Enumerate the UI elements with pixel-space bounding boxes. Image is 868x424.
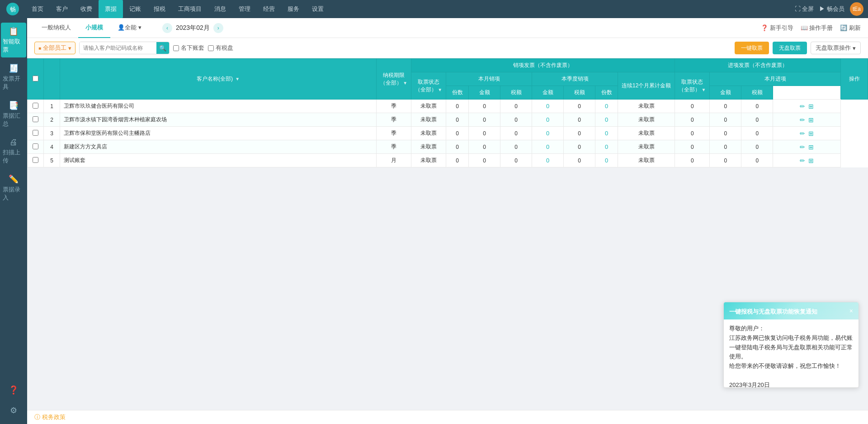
sidebar-item-smart-fetch[interactable]: 📋 智能取票 [1,23,26,57]
nav-settings[interactable]: 设置 [306,0,330,18]
one-click-fetch-btn[interactable]: 一键取票 [735,42,769,54]
row-check-input[interactable] [33,130,38,136]
row-accum-amount: 0 [595,127,618,140]
sidebar-help-btn[interactable]: ❓ [5,381,23,399]
row-check-input[interactable] [33,143,38,149]
row-quarter-amount-link[interactable]: 0 [546,157,549,164]
tab-general-taxpayer[interactable]: 一般纳税人 [34,18,78,38]
sidebar-item-invoice-open[interactable]: 🧾 发票开具 [1,60,26,95]
row-edit-icon[interactable]: ✏ [800,116,805,124]
sidebar-item-entry[interactable]: ✏️ 票据录入 [1,171,26,205]
row-edit-icon[interactable]: ✏ [800,157,805,164]
th-sales-status[interactable]: 取票状态（全部）▼ [411,72,446,100]
row-purchase-amount: 0 [710,127,741,140]
tab-all[interactable]: 👤 全能 ▾ [110,18,149,38]
row-view-icon[interactable]: ⊞ [808,130,814,137]
sidebar-item-scan[interactable]: 🖨 扫描上传 [1,134,26,168]
checkbox-sub-account-input[interactable] [173,45,179,51]
checkbox-has-taxdisk[interactable]: 有税盘 [208,44,233,52]
row-purchase-tax: 0 [741,100,773,113]
prev-month-btn[interactable]: ‹ [162,23,172,33]
row-check-input[interactable] [33,157,38,163]
row-checkbox[interactable] [28,140,44,154]
row-edit-icon[interactable]: ✏ [800,103,805,110]
nav-customer[interactable]: 客户 [50,0,74,18]
row-checkbox[interactable] [28,127,44,140]
no-disk-fetch-btn[interactable]: 无盘取票 [773,42,807,54]
nav-operation[interactable]: 经营 [257,0,281,18]
row-sales-status: 未取票 [411,127,446,140]
row-num: 2 [44,113,60,127]
tab-small-scale[interactable]: 小规模 [78,18,110,38]
nav-business[interactable]: 工商项目 [172,0,208,18]
fullscreen-btn[interactable]: ⛶ 全屏 [795,5,814,13]
manual-btn[interactable]: 📖 操作手册 [801,24,833,32]
row-sales-tax: 0 [500,100,532,113]
row-checkbox[interactable] [28,113,44,127]
refresh-btn[interactable]: 🔄 刷新 [840,24,861,32]
main-table: 客户名称(全部) ▼ 纳税期限（全部）▼ 销项发票（不含作废票） 进项发票（不含… [27,58,868,167]
row-purchase-count: 0 [675,140,710,154]
row-quarter-amount-link[interactable]: 0 [546,116,549,123]
sidebar-bottom: ❓ ⚙ [1,381,26,424]
nav-message[interactable]: 消息 [208,0,232,18]
nav-home[interactable]: 首页 [25,0,50,18]
scan-icon: 🖨 [9,138,18,147]
row-accum-link[interactable]: 0 [605,143,608,150]
row-edit-icon[interactable]: ✏ [800,130,805,137]
th-client-name[interactable]: 客户名称(全部) ▼ [60,59,377,100]
nav-bookkeeping[interactable]: 记账 [123,0,147,18]
th-period[interactable]: 纳税期限（全部）▼ [377,59,411,100]
row-num: 4 [44,140,60,154]
search-input[interactable] [80,42,156,54]
row-quarter-amount-link[interactable]: 0 [546,103,549,110]
sidebar-item-label: 智能取票 [3,38,24,54]
row-actions: ✏ ⊞ [773,113,841,127]
th-purchase-group: 进项发票（不含作废票） [675,59,841,72]
row-checkbox[interactable] [28,154,44,167]
sidebar-item-label: 发票开具 [3,75,24,91]
row-view-icon[interactable]: ⊞ [808,116,814,124]
row-accum-link[interactable]: 0 [605,130,608,137]
th-purchase-status[interactable]: 取票状态（全部）▼ [675,72,710,100]
new-user-guide-btn[interactable]: ❓ 新手引导 [761,24,793,32]
row-quarter-amount-link[interactable]: 0 [546,143,549,150]
no-disk-ops-btn[interactable]: 无盘取票操作 ▾ [811,42,861,54]
nav-billing[interactable]: 收费 [74,0,99,18]
row-quarter-amount-link[interactable]: 0 [546,130,549,137]
row-quarter-tax: 0 [564,140,595,154]
row-actions: ✏ ⊞ [773,127,841,140]
row-view-icon[interactable]: ⊞ [808,157,814,164]
employee-select[interactable]: ■ 全部员工 ▾ [34,42,75,54]
row-view-icon[interactable]: ⊞ [808,143,814,151]
member-btn[interactable]: ▶ 畅会员 [819,5,844,13]
row-accum-link[interactable]: 0 [605,103,608,110]
next-month-btn[interactable]: › [213,23,223,33]
no-disk-ops-label: 无盘取票操作 [816,44,851,52]
th-checkbox [28,59,44,100]
th-quarterly-sales: 本季度销项 [532,72,618,86]
avatar[interactable]: tEa [850,2,863,16]
checkbox-sub-account[interactable]: 名下账套 [173,44,204,52]
nav-manage[interactable]: 管理 [232,0,257,18]
row-check-input[interactable] [33,116,38,122]
search-button[interactable]: 🔍 [156,42,169,54]
nav-tax[interactable]: 报税 [147,0,172,18]
row-quarter-amount: 0 [532,140,564,154]
select-all-checkbox[interactable] [33,76,38,81]
row-accum-link[interactable]: 0 [605,116,608,123]
row-sales-tax: 0 [500,127,532,140]
tax-policy-link[interactable]: 税务政策 [42,413,66,421]
row-view-icon[interactable]: ⊞ [808,103,814,110]
sidebar-settings-btn[interactable]: ⚙ [5,401,23,419]
notification-close-btn[interactable]: × [849,308,853,314]
row-accum-link[interactable]: 0 [605,157,608,164]
row-sales-count: 0 [446,140,469,154]
checkbox-has-taxdisk-input[interactable] [208,45,214,51]
nav-invoice[interactable]: 票据 [99,0,123,18]
row-check-input[interactable] [33,103,38,109]
sidebar-item-summary[interactable]: 📑 票据汇总 [1,97,26,132]
row-checkbox[interactable] [28,100,44,113]
row-edit-icon[interactable]: ✏ [800,143,805,151]
nav-service[interactable]: 服务 [281,0,306,18]
